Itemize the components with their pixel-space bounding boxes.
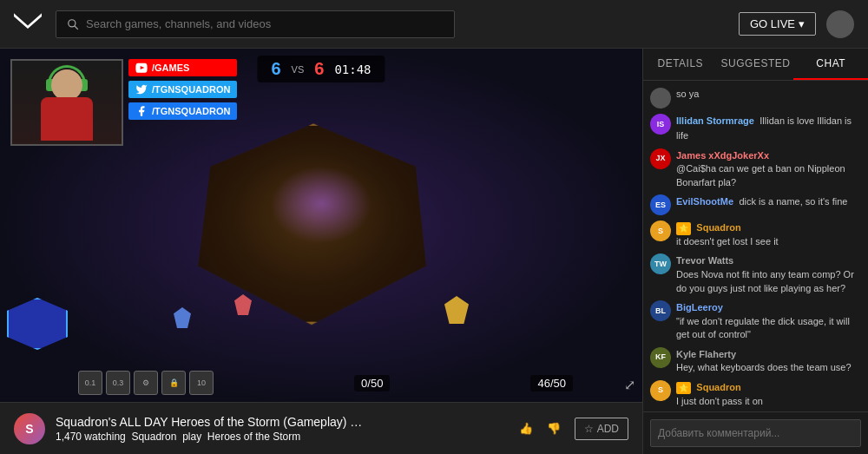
video-info-bar: S Squadron's ALL DAY Heroes of the Storm… [0, 402, 642, 454]
hud-item-5: 10 [189, 371, 214, 395]
message-avatar: S [650, 380, 671, 401]
thumbs-up-icon: 👍 [519, 422, 533, 435]
message-username: Illidan Stormrage [676, 115, 754, 126]
facebook-icon [135, 105, 148, 117]
hud-bottom: 0.1 0.3 ⚙ 🔒 10 0/50 46/50 [0, 371, 642, 395]
avatar[interactable] [826, 10, 854, 38]
message-text: dick is a name, so it's fine [736, 196, 847, 207]
message-text: Hey, what keyboards does the team use? [676, 361, 861, 374]
search-input[interactable] [86, 17, 444, 30]
chat-message: IS Illidan Stormrage Illidan is love Ill… [650, 114, 861, 143]
svg-point-0 [69, 19, 76, 26]
video-actions: 👍 👎 ☆ ADD [519, 418, 628, 440]
facebook-overlay: /TGNSQUADRON [128, 102, 237, 120]
streamer-cam [10, 59, 123, 146]
squadron-badge: ⭐ [676, 222, 691, 235]
youtube-overlay: /GAMES [128, 59, 237, 76]
person-head [51, 69, 82, 101]
hud-item-3: ⚙ [134, 371, 158, 395]
tab-suggested[interactable]: SUGGESTED [718, 49, 794, 80]
like-button[interactable]: 👍 [519, 422, 533, 435]
channel-name: Squadron [131, 431, 176, 443]
score-time: 01:48 [334, 63, 371, 76]
logo[interactable] [14, 13, 42, 35]
tab-details[interactable]: DETAILS [643, 49, 718, 80]
person-body [41, 97, 93, 141]
main-layout: 6 VS 6 01:48 [0, 49, 868, 454]
svg-line-1 [75, 25, 78, 29]
score-blue: 6 [271, 59, 280, 79]
chat-message: S ⭐ Squadron I just don't pass it on [650, 380, 861, 408]
message-content: Kyle Flaherty Hey, what keyboards does t… [676, 347, 861, 375]
chat-message: ES EvilShootMe dick is a name, so it's f… [650, 194, 861, 215]
chat-input-area [643, 411, 868, 454]
message-avatar [650, 88, 671, 109]
score-red: 6 [314, 59, 324, 79]
hud-item-group: 0.1 0.3 ⚙ 🔒 10 [78, 371, 214, 395]
chat-message: TW Trevor Watts Does Nova not fit into a… [650, 253, 861, 295]
social-overlays: /GAMES /TGNSQUADRON /TGNSQUADRON [128, 59, 237, 120]
game-background: 6 VS 6 01:48 [0, 49, 642, 402]
tab-chat[interactable]: CHAT [793, 49, 868, 80]
add-label: ADD [597, 423, 619, 435]
youtube-icon [135, 62, 148, 74]
go-live-button[interactable]: GO LIVE ▾ [739, 12, 816, 36]
game-arena [174, 123, 470, 355]
twitter-overlay: /TGNSQUADRON [128, 81, 237, 98]
chat-input[interactable] [650, 419, 861, 447]
nav-right: GO LIVE ▾ [739, 10, 854, 38]
message-avatar: ES [650, 194, 671, 215]
dislike-button[interactable]: 👎 [547, 422, 561, 435]
hud-item-1: 0.1 [78, 371, 102, 395]
squadron-badge: ⭐ [676, 382, 691, 395]
message-content: James xXdgJokerXx @Cai$ha can we get a b… [676, 148, 861, 190]
search-bar[interactable] [56, 10, 455, 38]
message-username: Squadron [696, 222, 740, 233]
twitter-icon [135, 83, 148, 95]
message-text: I just don't pass it on [676, 395, 861, 408]
top-navigation: GO LIVE ▾ [0, 0, 868, 49]
message-content: so ya [676, 88, 861, 109]
health-counter: 0/50 [354, 375, 390, 391]
search-icon [67, 18, 79, 30]
player-cam-bottom [7, 298, 68, 350]
message-username: Trevor Watts [676, 255, 733, 266]
message-text: Does Nova not fit into any team comp? Or… [676, 268, 861, 295]
message-text: "if we don't regulate the dick usage, it… [676, 315, 861, 342]
chat-messages: so ya IS Illidan Stormrage Illidan is lo… [643, 81, 868, 411]
play-label: play [182, 431, 201, 443]
add-button[interactable]: ☆ ADD [575, 418, 628, 440]
message-avatar: IS [650, 114, 671, 135]
message-username: BigLeeroy [676, 302, 723, 313]
message-content: BigLeeroy "if we don't regulate the dick… [676, 300, 861, 342]
message-username: James xXdgJokerXx [676, 150, 769, 161]
star-icon: ☆ [584, 423, 594, 435]
chevron-down-icon: ▾ [799, 17, 805, 30]
message-text: so ya [676, 88, 861, 101]
message-username: Squadron [696, 382, 740, 392]
watch-count: 1,470 watching [56, 431, 126, 443]
channel-icon[interactable]: S [14, 413, 45, 444]
facebook-label: /TGNSQUADRON [152, 106, 230, 116]
video-title: Squadron's ALL DAY Heroes of the Storm (… [56, 415, 368, 429]
message-avatar: S [650, 220, 671, 241]
message-content: ⭐ Squadron it doesn't get lost I see it [676, 220, 861, 248]
video-text: Squadron's ALL DAY Heroes of the Storm (… [56, 415, 509, 443]
chat-message: KF Kyle Flaherty Hey, what keyboards doe… [650, 347, 861, 375]
message-username: Kyle Flaherty [676, 349, 736, 359]
score-vs: VS [292, 64, 305, 75]
video-meta: 1,470 watching Squadron play Heroes of t… [56, 431, 509, 443]
message-avatar: KF [650, 347, 671, 368]
expand-button[interactable]: ⤢ [624, 377, 635, 393]
youtube-label: /GAMES [152, 63, 189, 73]
game-name: Heroes of the Storm [207, 431, 300, 443]
score-bar: 6 VS 6 01:48 [257, 56, 385, 82]
message-avatar: TW [650, 253, 671, 274]
video-wrapper[interactable]: 6 VS 6 01:48 [0, 49, 642, 402]
cam-view [12, 61, 122, 144]
chat-message: S ⭐ Squadron it doesn't get lost I see i… [650, 220, 861, 248]
message-username: EvilShootMe [676, 196, 733, 207]
chat-tabs: DETAILS SUGGESTED CHAT [643, 49, 868, 81]
video-area: 6 VS 6 01:48 [0, 49, 642, 454]
chat-panel: DETAILS SUGGESTED CHAT so ya IS Illidan … [642, 49, 868, 454]
